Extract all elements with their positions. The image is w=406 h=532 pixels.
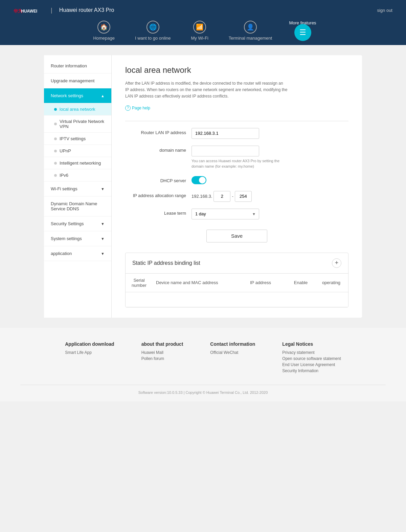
- footer-link-pollen[interactable]: Pollen forum: [141, 356, 183, 361]
- static-table-title: Static IP address binding list: [132, 260, 200, 266]
- nav-homepage[interactable]: 🏠 Homepage: [83, 21, 125, 41]
- dhcp-label: DHCP server: [125, 176, 186, 183]
- empty-cell: [287, 292, 314, 307]
- page-help-link[interactable]: ? Page help: [125, 105, 348, 111]
- sidebar-application[interactable]: application ▼: [44, 246, 111, 261]
- col-header-device: Device name and MAC address: [153, 274, 247, 292]
- lease-control: 1 day 2 days 3 days 1 week ▼: [191, 209, 348, 219]
- network-chevron-icon: ▲: [101, 94, 105, 98]
- help-circle-icon: ?: [125, 105, 131, 111]
- nav-homepage-label: Homepage: [93, 36, 115, 41]
- sidebar-item-lan[interactable]: local area network: [44, 103, 111, 115]
- footer-col-download-title: Application download: [65, 341, 114, 347]
- nav-online[interactable]: 🌐 I want to go online: [125, 21, 181, 41]
- col-header-operating: operating: [314, 274, 348, 292]
- footer-col-legal-title: Legal Notices: [282, 341, 341, 347]
- dhcp-toggle[interactable]: [191, 176, 206, 184]
- system-chevron-icon: ▼: [101, 237, 105, 241]
- lan-ip-input[interactable]: [191, 128, 259, 139]
- sidebar-item-vpn[interactable]: Virtual Private Network VPN: [44, 115, 111, 133]
- dhcp-row: DHCP server: [125, 176, 348, 184]
- main-content: local area network After the LAN IP addr…: [112, 55, 362, 318]
- nav-wifi-label: My Wi-Fi: [191, 36, 208, 41]
- toggle-knob: [199, 177, 206, 184]
- sidebar-item-ipv6[interactable]: IPv6: [44, 169, 111, 182]
- sidebar-network-settings[interactable]: Network settings ▲: [44, 88, 111, 103]
- sidebar-item-upgrade[interactable]: Upgrade management: [44, 73, 111, 88]
- wifi-icon: 📶: [193, 21, 206, 34]
- security-chevron-icon: ▼: [101, 222, 105, 226]
- sidebar-item-ddns[interactable]: Dynamic Domain Name Service DDNS: [44, 196, 111, 216]
- homepage-icon: 🏠: [97, 21, 110, 34]
- logo: 华为 HUAWEI | Huawei router AX3 Pro: [14, 5, 114, 15]
- footer-link-smartlife[interactable]: Smart Life App: [65, 350, 114, 355]
- sidebar-wifi-settings[interactable]: Wi-Fi settings ▼: [44, 182, 111, 196]
- footer-link-opensource[interactable]: Open source software statement: [282, 356, 341, 361]
- divider: [125, 121, 348, 121]
- footer-col-contact-title: Contact information: [210, 341, 255, 347]
- dot-inactive-icon: [54, 174, 57, 177]
- footer-col-download: Application download Smart Life App: [65, 341, 114, 375]
- table-body: [126, 292, 348, 307]
- footer-link-wechat[interactable]: Official WeChat: [210, 350, 255, 355]
- empty-cell: [126, 292, 153, 307]
- footer-link-huawei-mall[interactable]: Huawei Mall: [141, 350, 183, 355]
- sidebar-system-settings[interactable]: System settings ▼: [44, 231, 111, 246]
- dot-inactive-icon: [54, 150, 57, 152]
- col-header-serial: Serial number: [126, 274, 153, 292]
- footer-col-contact: Contact information Official WeChat: [210, 341, 255, 375]
- nav-wifi[interactable]: 📶 My Wi-Fi: [181, 21, 219, 41]
- wifi-chevron-icon: ▼: [101, 187, 105, 191]
- footer-link-eula[interactable]: End User License Agreement: [282, 362, 341, 367]
- more-icon: ☰: [294, 24, 311, 41]
- static-table-header: Static IP address binding list +: [126, 253, 348, 274]
- main-nav: 🏠 Homepage 🌐 I want to go online 📶 My Wi…: [0, 20, 406, 45]
- sidebar-item-intelligent[interactable]: Intelligent networking: [44, 157, 111, 169]
- footer-link-privacy[interactable]: Privacy statement: [282, 350, 341, 355]
- add-static-ip-button[interactable]: +: [332, 258, 341, 268]
- footer-links: Application download Smart Life App abou…: [20, 341, 386, 375]
- empty-cell: [247, 292, 287, 307]
- save-button[interactable]: Save: [206, 230, 267, 242]
- lan-ip-label: Router LAN IP address: [125, 128, 186, 135]
- lease-select[interactable]: 1 day 2 days 3 days 1 week: [191, 209, 259, 219]
- static-ip-table: Serial number Device name and MAC addres…: [126, 274, 348, 307]
- main-layout: Router information Upgrade management Ne…: [44, 55, 362, 318]
- ip-prefix: 192.168.3.: [191, 194, 212, 199]
- domain-control: You can access Huawei router AX3 Pro by …: [191, 146, 348, 169]
- footer-col-product-title: about that product: [141, 341, 183, 347]
- table-header: Serial number Device name and MAC addres…: [126, 274, 348, 292]
- domain-hint: You can access Huawei router AX3 Pro by …: [191, 158, 286, 169]
- lan-ip-row: Router LAN IP address: [125, 128, 348, 139]
- ip-range-row: IP address allocation range 192.168.3. -: [125, 191, 348, 202]
- lan-ip-control: [191, 128, 348, 139]
- sign-out-btn[interactable]: sign out: [377, 8, 392, 13]
- footer-link-security[interactable]: Security Information: [282, 368, 341, 373]
- static-ip-section: Static IP address binding list + Serial …: [125, 253, 348, 307]
- dot-active-icon: [54, 108, 57, 111]
- application-chevron-icon: ▼: [101, 252, 105, 256]
- nav-terminal[interactable]: 👤 Terminal management: [219, 21, 283, 41]
- sidebar-item-router-info[interactable]: Router information: [44, 59, 111, 73]
- header: 华为 HUAWEI | Huawei router AX3 Pro sign o…: [0, 0, 406, 20]
- nav-online-label: I want to go online: [135, 36, 171, 41]
- ip-end-input[interactable]: [235, 191, 252, 202]
- empty-cell: [153, 292, 247, 307]
- ip-range: 192.168.3. -: [191, 191, 348, 202]
- terminal-icon: 👤: [244, 21, 257, 34]
- dot-inactive-icon: [54, 162, 57, 165]
- domain-label: domain name: [125, 146, 186, 153]
- product-name: Huawei router AX3 Pro: [59, 7, 114, 13]
- page-description: After the LAN IP address is modified, th…: [125, 80, 288, 100]
- sidebar-security-settings[interactable]: Security Settings ▼: [44, 216, 111, 231]
- sidebar-item-iptv[interactable]: IPTV settings: [44, 133, 111, 145]
- sidebar: Router information Upgrade management Ne…: [44, 55, 112, 318]
- nav-more[interactable]: More features ☰: [282, 20, 323, 41]
- lease-select-wrap: 1 day 2 days 3 days 1 week ▼: [191, 209, 259, 219]
- footer-col-product: about that product Huawei Mall Pollen fo…: [141, 341, 183, 375]
- col-header-enable: Enable: [287, 274, 314, 292]
- sidebar-item-upnp[interactable]: UPnP: [44, 145, 111, 157]
- domain-input[interactable]: [191, 146, 259, 156]
- ip-range-label: IP address allocation range: [125, 191, 186, 198]
- ip-start-input[interactable]: [213, 191, 230, 202]
